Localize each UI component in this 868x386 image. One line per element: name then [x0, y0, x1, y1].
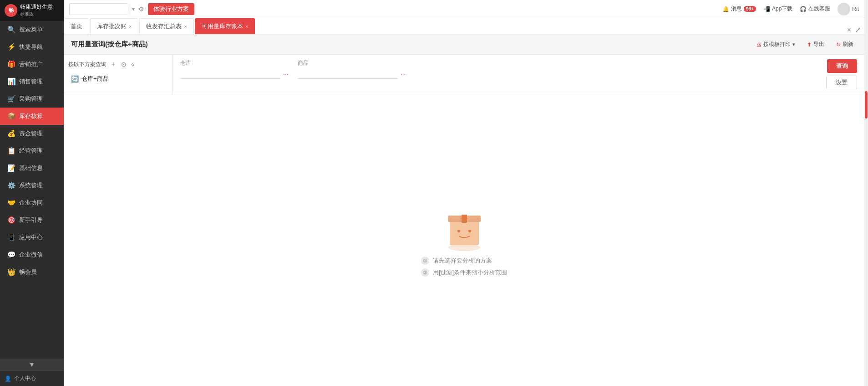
- lightning-icon: ⚡: [7, 43, 15, 51]
- clipboard-icon: 📋: [7, 147, 15, 155]
- sidebar-item-label: 企业微信: [19, 251, 43, 259]
- topbar-username: Rit: [852, 6, 859, 12]
- print-btn[interactable]: 🖨 按模板打印 ▾: [752, 39, 799, 50]
- sidebar-item-label: 快捷导航: [19, 43, 43, 51]
- scheme-settings-btn[interactable]: ⊙: [120, 60, 127, 69]
- product-label: 商品: [298, 59, 406, 67]
- box-icon: 📦: [7, 112, 15, 120]
- filter-panel: 仓库 ··· 商品 ···: [173, 55, 819, 94]
- sidebar-item-label: 系统管理: [19, 181, 43, 190]
- tab-batch[interactable]: 库存批次账 ×: [90, 18, 138, 34]
- sidebar-item-finance[interactable]: 💰 资金管理: [0, 125, 64, 142]
- search-icon: 🔍: [7, 26, 15, 34]
- hint-item-2: ② 用[过滤]条件来缩小分析范围: [421, 267, 507, 278]
- topbar-app-download-btn[interactable]: 📲 App下载: [763, 5, 792, 13]
- setting-button[interactable]: 设置: [826, 76, 857, 89]
- topbar-app-label: App下载: [772, 5, 792, 13]
- sidebar-item-purchase[interactable]: 🛒 采购管理: [0, 90, 64, 108]
- topbar-message-btn[interactable]: 🔔 消息 99+: [722, 5, 756, 13]
- product-input[interactable]: [298, 69, 398, 79]
- tab-close-icon[interactable]: ×: [129, 24, 132, 29]
- sidebar: 畅 畅康通好生意 标准版 🔍 搜索菜单 ⚡ 快捷导航 🎁 营销推广 📊 销售管理…: [0, 0, 64, 386]
- refresh-btn[interactable]: ↻ 刷新: [832, 39, 857, 50]
- sidebar-bottom: 👤 个人中心: [0, 371, 64, 386]
- sidebar-item-operation[interactable]: 📋 经营管理: [0, 142, 64, 160]
- query-area: 按以下方案查询 ＋ ⊙ « 🔄 仓库+商品 仓库 ··· 商品: [64, 55, 864, 94]
- tab-collect[interactable]: 收发存汇总表 ×: [139, 18, 193, 34]
- chat-icon: 💬: [7, 251, 15, 259]
- industry-solution-button[interactable]: 体验行业方案: [148, 3, 194, 15]
- scheme-item-label: 仓库+商品: [81, 75, 109, 83]
- scheme-add-btn[interactable]: ＋: [109, 59, 117, 69]
- tab-label: 收发存汇总表: [146, 22, 182, 31]
- sidebar-item-marketing[interactable]: 🎁 营销推广: [0, 56, 64, 73]
- tab-home[interactable]: 首页: [64, 18, 89, 34]
- sidebar-item-shortcut[interactable]: ⚡ 快捷导航: [0, 38, 64, 56]
- tab-close-icon[interactable]: ×: [184, 24, 187, 29]
- gear-icon: ⚙️: [7, 181, 15, 190]
- tab-close-window-btn[interactable]: ×: [847, 26, 851, 34]
- sidebar-item-inventory[interactable]: 📦 库存核算: [0, 108, 64, 125]
- topbar-right: 🔔 消息 99+ 📲 App下载 🎧 在线客服 Rit: [722, 3, 859, 15]
- avatar: [838, 3, 850, 15]
- product-more-btn[interactable]: ···: [401, 70, 406, 77]
- page-title: 可用量查询(按仓库+商品): [71, 40, 148, 49]
- topbar-gear-icon[interactable]: ⚙: [138, 5, 144, 13]
- sidebar-item-wechat[interactable]: 💬 企业微信: [0, 246, 64, 263]
- refresh-circle-icon: 🔄: [71, 75, 79, 82]
- topbar-search-input[interactable]: [69, 3, 128, 15]
- topbar-service-label: 在线客服: [808, 5, 830, 13]
- svg-point-4: [457, 230, 460, 232]
- sidebar-title: 畅康通好生意: [20, 4, 53, 11]
- sidebar-item-sales[interactable]: 📊 销售管理: [0, 73, 64, 90]
- tab-label: 首页: [71, 22, 82, 31]
- export-btn[interactable]: ⬆ 导出: [803, 39, 828, 50]
- sidebar-item-appstore[interactable]: 📱 应用中心: [0, 229, 64, 246]
- warehouse-input-row: ···: [180, 69, 289, 79]
- print-label: 按模板打印: [763, 41, 791, 48]
- topbar-service-btn[interactable]: 🎧 在线客服: [800, 5, 830, 13]
- sidebar-user-label: 个人中心: [14, 375, 36, 382]
- gift-icon: 🎁: [7, 60, 15, 68]
- chevron-down-icon[interactable]: ▾: [792, 41, 795, 47]
- sidebar-item-member[interactable]: 👑 畅会员: [0, 263, 64, 281]
- tab-close-icon[interactable]: ×: [245, 24, 248, 29]
- page-header: 可用量查询(按仓库+商品) 🖨 按模板打印 ▾ ⬆ 导出 ↻ 刷新: [64, 35, 864, 55]
- filter-warehouse: 仓库 ···: [180, 59, 289, 79]
- scheme-collapse-btn[interactable]: «: [130, 60, 136, 69]
- sidebar-item-label: 企业协同: [19, 199, 43, 207]
- tab-available[interactable]: 可用量库存账本 ×: [195, 18, 255, 34]
- sidebar-user-icon: 👤: [5, 376, 11, 382]
- right-edge: [864, 0, 868, 386]
- svg-rect-1: [450, 220, 479, 245]
- warehouse-input[interactable]: [180, 69, 280, 79]
- sidebar-item-label: 畅会员: [19, 268, 37, 276]
- empty-hints: ① 请先选择要分析的方案 ② 用[过滤]条件来缩小分析范围: [421, 255, 507, 278]
- topbar: ▾ ⚙ 体验行业方案 🔔 消息 99+ 📲 App下载 🎧 在线客服 Rit: [64, 0, 864, 18]
- warehouse-more-btn[interactable]: ···: [283, 70, 289, 77]
- empty-box-svg: [442, 202, 487, 252]
- scheme-item-warehouse-product[interactable]: 🔄 仓库+商品: [68, 73, 168, 85]
- scheme-panel-header: 按以下方案查询 ＋ ⊙ «: [68, 59, 168, 69]
- sidebar-item-label: 销售管理: [19, 77, 43, 86]
- scheme-header-label: 按以下方案查询: [68, 61, 107, 68]
- sidebar-item-guide[interactable]: 🎯 新手引导: [0, 211, 64, 229]
- sidebar-item-basic[interactable]: 📝 基础信息: [0, 160, 64, 177]
- hint-item-1: ① 请先选择要分析的方案: [421, 255, 507, 267]
- sidebar-subtitle: 标准版: [20, 11, 53, 17]
- svg-rect-3: [462, 215, 467, 223]
- tab-expand-btn[interactable]: ⤢: [855, 26, 861, 34]
- sidebar-item-enterprise[interactable]: 🤝 企业协同: [0, 194, 64, 211]
- topbar-user-btn[interactable]: Rit: [838, 3, 859, 15]
- chevron-down-icon[interactable]: ▾: [132, 6, 135, 12]
- message-badge: 99+: [744, 6, 756, 12]
- hint-text-1: 请先选择要分析的方案: [433, 255, 492, 267]
- sidebar-scroll-down[interactable]: ▼: [0, 359, 64, 371]
- content-area: ① 请先选择要分析的方案 ② 用[过滤]条件来缩小分析范围: [64, 94, 864, 386]
- query-button[interactable]: 查询: [827, 59, 857, 73]
- sidebar-item-system[interactable]: ⚙️ 系统管理: [0, 177, 64, 194]
- hint-num-1: ①: [421, 257, 429, 265]
- page-actions: 🖨 按模板打印 ▾ ⬆ 导出 ↻ 刷新: [752, 39, 857, 50]
- sidebar-item-search[interactable]: 🔍 搜索菜单: [0, 21, 64, 38]
- right-edge-thumb: [865, 91, 868, 118]
